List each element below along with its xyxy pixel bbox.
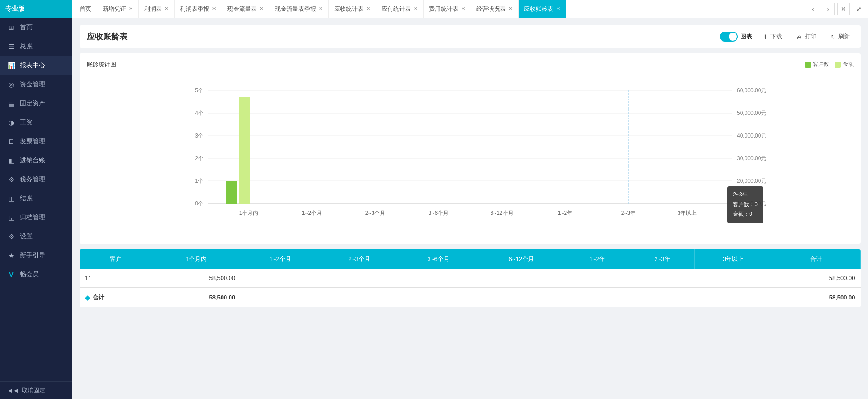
tab-profit-quarter[interactable]: 利润表季报 ✕	[175, 0, 222, 18]
svg-text:2~3年: 2~3年	[621, 210, 636, 216]
tab-home[interactable]: 首页	[74, 0, 97, 18]
cell-m23	[320, 269, 399, 287]
tab-prev-button[interactable]: ‹	[807, 3, 819, 15]
svg-text:2个: 2个	[195, 155, 203, 162]
tab-close-cashflow[interactable]: ✕	[259, 6, 264, 12]
tab-cashflow[interactable]: 现金流量表 ✕	[222, 0, 269, 18]
chart-toggle-wrap: 图表	[720, 32, 752, 42]
tab-close-profit-quarter[interactable]: ✕	[212, 6, 216, 12]
tab-close-biz-status[interactable]: ✕	[509, 6, 513, 12]
sidebar-item-funds[interactable]: ◎ 资金管理	[0, 75, 72, 94]
footer-m12	[241, 287, 320, 307]
sidebar-item-ledger[interactable]: ☰ 总账	[0, 37, 72, 56]
svg-text:40,000.00元: 40,000.00元	[737, 133, 766, 139]
invoice-icon: 🗒	[7, 138, 15, 145]
home-icon: ⊞	[7, 24, 15, 31]
page-actions: 图表 ⬇ 下载 🖨 打印 ↻ 刷新	[720, 31, 854, 43]
tab-cashflow-quarter[interactable]: 现金流量表季报 ✕	[269, 0, 329, 18]
tab-close-profit[interactable]: ✕	[165, 6, 169, 12]
legend-customer-count: 客户数	[805, 61, 829, 68]
tab-fullscreen-button[interactable]: ⤢	[853, 3, 865, 15]
tab-close-ar-aging[interactable]: ✕	[556, 6, 560, 12]
bar-amount-m1	[239, 97, 250, 204]
sidebar-item-close[interactable]: ◫ 结账	[0, 189, 72, 208]
tab-close-all-button[interactable]: ✕	[837, 3, 850, 15]
col-header-m36: 3~6个月	[399, 249, 478, 269]
sales-icon: ◧	[7, 157, 15, 164]
svg-text:0个: 0个	[195, 200, 203, 207]
col-header-total: 合计	[772, 249, 860, 269]
guide-icon: ★	[7, 252, 15, 259]
table-section: 客户 1个月内 1~2个月 2~3个月 3~6个月 6~12个月 1~2年 2~…	[80, 249, 861, 307]
sidebar-item-sales[interactable]: ◧ 进销台账	[0, 151, 72, 170]
col-header-y23: 2~3年	[630, 249, 695, 269]
footer-total: 58,500.00	[772, 287, 860, 307]
sidebar-item-assets[interactable]: ▦ 固定资产	[0, 94, 72, 113]
footer-m36	[399, 287, 478, 307]
archive-icon: ◱	[7, 214, 15, 221]
table-footer-row: ◆ 合计 58,500.00 58,500.00	[80, 287, 861, 307]
tab-close-cashflow-quarter[interactable]: ✕	[319, 6, 323, 12]
table-header-row: 客户 1个月内 1~2个月 2~3个月 3~6个月 6~12个月 1~2年 2~…	[80, 249, 861, 269]
footer-y23	[630, 287, 695, 307]
chart-tooltip: 2~3年 客户数：0 金额：0	[727, 186, 763, 223]
chart-title: 账龄统计图	[87, 61, 854, 69]
content-area: 应收账龄表 图表 ⬇ 下载 🖨 打印 ↻ 刷新	[72, 18, 868, 399]
tab-biz-status[interactable]: 经营状况表 ✕	[471, 0, 519, 18]
sidebar-item-home[interactable]: ⊞ 首页	[0, 18, 72, 37]
sidebar-item-archive[interactable]: ◱ 归档管理	[0, 208, 72, 227]
col-header-customer: 客户	[80, 249, 152, 269]
table-row: 11 58,500.00 58,500.00	[80, 269, 861, 287]
refresh-button[interactable]: ↻ 刷新	[827, 31, 854, 43]
download-button[interactable]: ⬇ 下载	[760, 31, 786, 43]
sidebar-item-settings[interactable]: ⚙ 设置	[0, 227, 72, 246]
col-header-m12: 1~2个月	[241, 249, 320, 269]
sidebar-item-vip[interactable]: V 畅会员	[0, 265, 72, 284]
chart-container: 5个 4个 3个 2个 1个 0个 60,000.00元 50,000.00元 …	[87, 72, 854, 237]
tab-voucher[interactable]: 新增凭证 ✕	[97, 0, 139, 18]
legend-color-customer	[805, 62, 811, 68]
footer-y3plus	[695, 287, 772, 307]
sidebar-item-salary[interactable]: ◑ 工资	[0, 113, 72, 132]
tab-close-voucher[interactable]: ✕	[129, 6, 133, 12]
svg-text:3~6个月: 3~6个月	[429, 210, 448, 216]
cell-y23	[630, 269, 695, 287]
tab-close-ap-stats[interactable]: ✕	[414, 6, 418, 12]
svg-text:6~12个月: 6~12个月	[490, 210, 513, 216]
tab-close-expense-stats[interactable]: ✕	[461, 6, 465, 12]
page-title: 应收账龄表	[87, 31, 127, 42]
tooltip-amount: 金额：0	[733, 209, 758, 219]
svg-text:1~2年: 1~2年	[558, 210, 572, 216]
cell-y12	[565, 269, 630, 287]
sidebar-item-tax[interactable]: ⚙ 税务管理	[0, 170, 72, 189]
chart-toggle[interactable]	[720, 32, 738, 42]
cell-m36	[399, 269, 478, 287]
tab-profit[interactable]: 利润表 ✕	[139, 0, 175, 18]
tab-next-button[interactable]: ›	[822, 3, 835, 15]
tab-ap-stats[interactable]: 应付统计表 ✕	[376, 0, 424, 18]
svg-text:4个: 4个	[195, 110, 203, 116]
print-button[interactable]: 🖨 打印	[793, 31, 820, 43]
tab-close-ar-stats[interactable]: ✕	[366, 6, 370, 12]
cell-m1: 58,500.00	[152, 269, 241, 287]
sidebar-item-reports[interactable]: 📊 报表中心	[0, 56, 72, 75]
sidebar-item-guide[interactable]: ★ 新手引导	[0, 246, 72, 265]
page-header: 应收账龄表 图表 ⬇ 下载 🖨 打印 ↻ 刷新	[80, 25, 861, 48]
tooltip-customer-count: 客户数：0	[733, 200, 758, 210]
sidebar-item-invoice[interactable]: 🗒 发票管理	[0, 132, 72, 151]
footer-y12	[565, 287, 630, 307]
col-header-m612: 6~12个月	[478, 249, 565, 269]
salary-icon: ◑	[7, 119, 15, 126]
unpin-button[interactable]: ◄◄ 取消固定	[0, 381, 72, 399]
funds-icon: ◎	[7, 81, 15, 88]
tab-expense-stats[interactable]: 费用统计表 ✕	[424, 0, 471, 18]
vip-icon: V	[7, 271, 15, 278]
total-icon: ◆	[85, 294, 90, 301]
tab-ar-stats[interactable]: 应收统计表 ✕	[329, 0, 376, 18]
svg-text:20,000.00元: 20,000.00元	[737, 178, 766, 184]
svg-text:2~3个月: 2~3个月	[365, 210, 385, 216]
tab-ar-aging[interactable]: 应收账龄表 ✕	[519, 0, 566, 18]
svg-text:3年以上: 3年以上	[678, 210, 697, 216]
footer-m1: 58,500.00	[152, 287, 241, 307]
legend-amount: 金额	[835, 61, 854, 68]
